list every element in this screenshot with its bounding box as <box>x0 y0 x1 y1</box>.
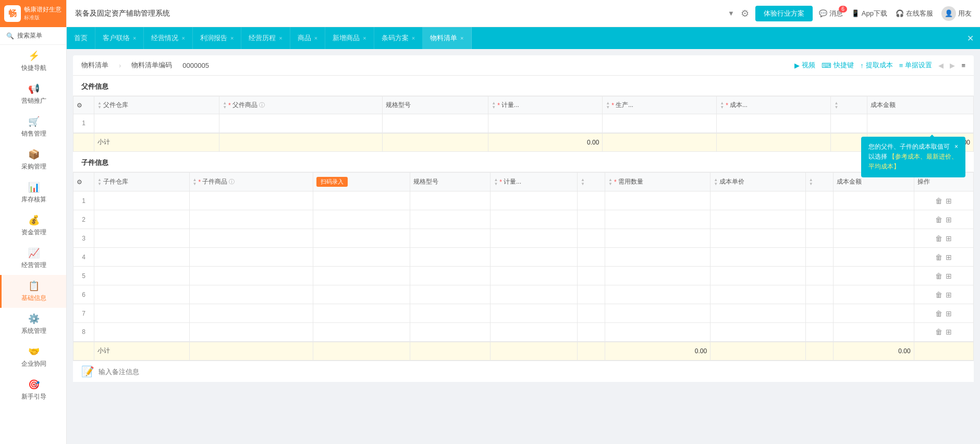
child-cell-spec-1[interactable] <box>410 191 491 210</box>
delete-icon-8[interactable]: 🗑 <box>935 328 942 336</box>
delete-icon-6[interactable]: 🗑 <box>935 291 942 299</box>
nav-prev-button[interactable]: ◀ <box>938 62 944 69</box>
tab-add-product[interactable]: 新增商品 × <box>325 27 374 49</box>
child-cell-unit-5[interactable] <box>491 267 578 285</box>
tab-history[interactable]: 经营历程 × <box>241 27 290 49</box>
tab-business[interactable]: 经营情况 × <box>144 27 192 49</box>
view-action[interactable]: ▶ 视频 <box>794 61 815 70</box>
child-cell-warehouse-7[interactable] <box>94 304 190 323</box>
child-cell-unit-1[interactable] <box>491 191 578 210</box>
tab-products-close[interactable]: × <box>314 35 317 41</box>
child-cell-sort2-5[interactable] <box>805 267 833 285</box>
child-cell-sort2-7[interactable] <box>805 304 833 323</box>
copy-icon-7[interactable]: ⊞ <box>946 309 952 318</box>
tab-customer[interactable]: 客户联络 × <box>95 27 144 49</box>
delete-icon-2[interactable]: 🗑 <box>935 215 942 224</box>
child-cell-warehouse-5[interactable] <box>94 267 190 285</box>
sidebar-item-inventory[interactable]: 📊 库存核算 <box>0 176 66 209</box>
child-cell-quantity-1[interactable] <box>605 191 710 210</box>
parent-cell-produce-1[interactable] <box>603 114 717 133</box>
child-cell-unitcost-6[interactable] <box>710 285 806 304</box>
user-menu[interactable]: 👤 用友 <box>941 6 972 21</box>
scan-button[interactable]: 扫码录入 <box>316 177 348 187</box>
notes-input[interactable] <box>99 368 965 376</box>
shortcut-action[interactable]: ⌨ 快捷键 <box>822 61 854 70</box>
child-cell-scan-3[interactable] <box>313 229 410 248</box>
child-cell-sort-8[interactable] <box>577 323 605 342</box>
copy-icon-1[interactable]: ⊞ <box>946 197 952 205</box>
tab-profit-close[interactable]: × <box>230 35 234 41</box>
child-cell-unitcost-2[interactable] <box>710 210 806 229</box>
child-cell-product-8[interactable] <box>189 323 313 342</box>
sidebar-item-sales[interactable]: 🛒 销售管理 <box>0 111 66 143</box>
child-cell-sort2-6[interactable] <box>805 285 833 304</box>
child-cell-product-2[interactable] <box>189 210 313 229</box>
delete-icon-3[interactable]: 🗑 <box>935 234 942 243</box>
nav-close-all-button[interactable]: ✕ <box>965 31 976 45</box>
delete-icon-5[interactable]: 🗑 <box>935 272 942 280</box>
extract-cost-action[interactable]: ↑ 提取成本 <box>860 61 893 70</box>
child-cell-unitcost-3[interactable] <box>710 229 806 248</box>
child-cell-product-3[interactable] <box>189 229 313 248</box>
child-cell-spec-8[interactable] <box>410 323 491 342</box>
child-cell-amount-1[interactable] <box>833 191 914 210</box>
child-cell-unit-8[interactable] <box>491 323 578 342</box>
child-cell-quantity-7[interactable] <box>605 304 710 323</box>
child-cell-amount-7[interactable] <box>833 304 914 323</box>
sidebar-item-operations[interactable]: 📈 经营管理 <box>0 242 66 275</box>
dropdown-arrow-icon[interactable]: ▼ <box>728 9 734 17</box>
child-cell-product-4[interactable] <box>189 248 313 267</box>
tab-customer-close[interactable]: × <box>133 35 136 41</box>
child-cell-unit-4[interactable] <box>491 248 578 267</box>
delete-icon-1[interactable]: 🗑 <box>935 197 942 205</box>
child-cell-spec-7[interactable] <box>410 304 491 323</box>
child-cell-warehouse-2[interactable] <box>94 210 190 229</box>
child-cell-scan-5[interactable] <box>313 267 410 285</box>
child-cell-sort-4[interactable] <box>577 248 605 267</box>
child-cell-unitcost-1[interactable] <box>710 191 806 210</box>
tab-home[interactable]: 首页 <box>67 27 95 49</box>
sidebar-item-search[interactable]: 🔍 搜索菜单 <box>0 27 66 45</box>
sidebar-item-marketing[interactable]: 📢 营销推广 <box>0 78 66 111</box>
child-cell-scan-2[interactable] <box>313 210 410 229</box>
sidebar-item-purchase[interactable]: 📦 采购管理 <box>0 143 66 176</box>
child-cell-unitcost-4[interactable] <box>710 248 806 267</box>
nav-next-button[interactable]: ▶ <box>950 62 955 69</box>
child-cell-quantity-3[interactable] <box>605 229 710 248</box>
child-cell-scan-1[interactable] <box>313 191 410 210</box>
parent-cell-sort-1[interactable] <box>831 114 867 133</box>
child-cell-warehouse-1[interactable] <box>94 191 190 210</box>
child-cell-sort-6[interactable] <box>577 285 605 304</box>
child-cell-amount-5[interactable] <box>833 267 914 285</box>
child-cell-amount-8[interactable] <box>833 323 914 342</box>
child-cell-sort-1[interactable] <box>577 191 605 210</box>
child-cell-unitcost-5[interactable] <box>710 267 806 285</box>
child-cell-scan-4[interactable] <box>313 248 410 267</box>
copy-icon-2[interactable]: ⊞ <box>946 215 952 224</box>
child-cell-product-6[interactable] <box>189 285 313 304</box>
parent-col-settings[interactable]: ⚙ <box>74 97 94 114</box>
child-cell-spec-5[interactable] <box>410 267 491 285</box>
sidebar-item-guide[interactable]: 🎯 新手引导 <box>0 374 66 406</box>
sidebar-item-quick-nav[interactable]: ⚡ 快捷导航 <box>0 45 66 78</box>
copy-icon-8[interactable]: ⊞ <box>946 328 952 336</box>
tab-barcode[interactable]: 条码方案 × <box>374 27 423 49</box>
child-cell-amount-3[interactable] <box>833 229 914 248</box>
tab-business-close[interactable]: × <box>181 35 185 41</box>
tab-barcode-close[interactable]: × <box>412 35 415 41</box>
child-cell-sort2-4[interactable] <box>805 248 833 267</box>
child-cell-unit-6[interactable] <box>491 285 578 304</box>
child-cell-amount-6[interactable] <box>833 285 914 304</box>
tab-bom-close[interactable]: × <box>460 35 463 41</box>
child-cell-quantity-2[interactable] <box>605 210 710 229</box>
single-settings-action[interactable]: ≡ 单据设置 <box>899 61 933 70</box>
tab-bom[interactable]: 物料清单 × <box>423 27 471 49</box>
table-view-button[interactable]: ≡ <box>961 62 965 69</box>
child-cell-sort2-1[interactable] <box>805 191 833 210</box>
child-cell-unit-7[interactable] <box>491 304 578 323</box>
delete-icon-7[interactable]: 🗑 <box>935 309 942 318</box>
child-cell-warehouse-3[interactable] <box>94 229 190 248</box>
child-cell-warehouse-6[interactable] <box>94 285 190 304</box>
copy-icon-3[interactable]: ⊞ <box>946 234 952 243</box>
tab-add-product-close[interactable]: × <box>363 35 366 41</box>
